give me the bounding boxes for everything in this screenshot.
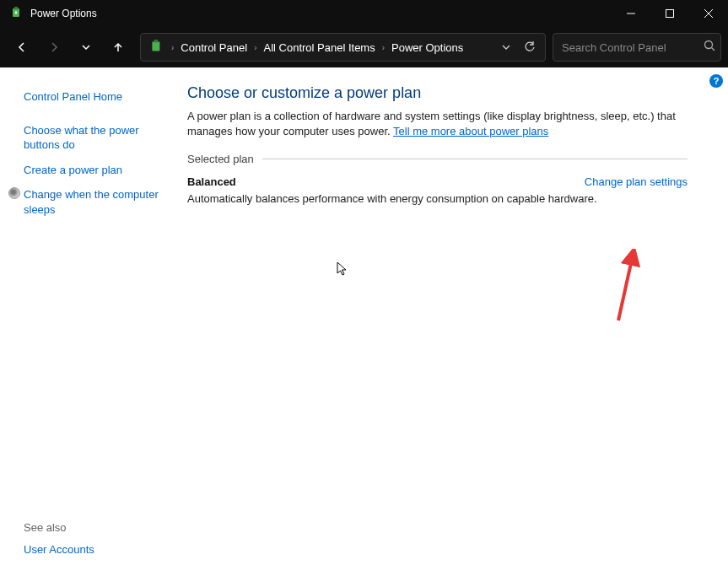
sidebar-item-label: Change when the computer sleeps [24,188,159,216]
sidebar-link-power-buttons[interactable]: Choose what the power buttons do [24,118,164,158]
content-area: ? Control Panel Home Choose what the pow… [0,67,728,576]
sidebar-link-change-sleep[interactable]: Change when the computer sleeps [24,182,164,222]
refresh-button[interactable] [518,35,542,59]
section-label-text: Selected plan [187,153,254,165]
help-icon[interactable]: ? [709,74,723,88]
plan-row: Balanced Change plan settings [187,175,688,188]
divider [262,159,688,159]
plan-name: Balanced [187,175,236,188]
recent-dropdown[interactable] [71,32,101,62]
chevron-right-icon[interactable]: › [252,43,258,52]
navbar: › Control Panel › All Control Panel Item… [0,27,728,67]
control-panel-home-link[interactable]: Control Panel Home [24,84,164,110]
learn-more-link[interactable]: Tell me more about power plans [393,125,548,137]
svg-rect-6 [152,41,159,51]
breadcrumb-item[interactable]: Power Options [386,38,468,57]
up-button[interactable] [103,32,133,62]
sidebar-link-create-plan[interactable]: Create a power plan [24,158,164,183]
plan-description: Automatically balances performance with … [187,191,688,207]
window-title: Power Options [30,8,612,19]
chevron-right-icon[interactable]: › [380,43,386,52]
svg-rect-1 [14,7,18,9]
see-also-user-accounts[interactable]: User Accounts [24,537,164,563]
minimize-button[interactable] [612,0,650,27]
section-header: Selected plan [187,153,688,165]
back-button[interactable] [7,32,37,62]
search-input[interactable] [562,41,704,54]
svg-line-9 [712,48,715,51]
close-button[interactable] [689,0,728,27]
breadcrumb-item[interactable]: Control Panel [175,38,252,57]
main-panel: Choose or customize a power plan A power… [177,67,728,576]
search-box[interactable] [553,33,721,62]
svg-point-8 [705,41,713,49]
page-heading: Choose or customize a power plan [187,84,688,102]
address-dropdown[interactable] [494,35,518,59]
sidebar: Control Panel Home Choose what the power… [0,67,177,576]
breadcrumb-item[interactable]: All Control Panel Items [258,38,380,57]
page-description: A power plan is a collection of hardware… [187,109,688,139]
forward-button[interactable] [39,32,69,62]
shield-icon [8,187,20,199]
svg-rect-7 [154,40,159,42]
maximize-button[interactable] [650,0,689,27]
svg-rect-3 [666,10,674,18]
change-plan-settings-link[interactable]: Change plan settings [585,175,688,188]
titlebar: Power Options [0,0,728,27]
chevron-right-icon[interactable]: › [170,43,175,52]
location-icon [149,40,164,55]
address-bar[interactable]: › Control Panel › All Control Panel Item… [140,33,546,62]
search-icon[interactable] [704,40,715,55]
app-icon [10,7,24,20]
see-also-label: See also [24,514,164,537]
